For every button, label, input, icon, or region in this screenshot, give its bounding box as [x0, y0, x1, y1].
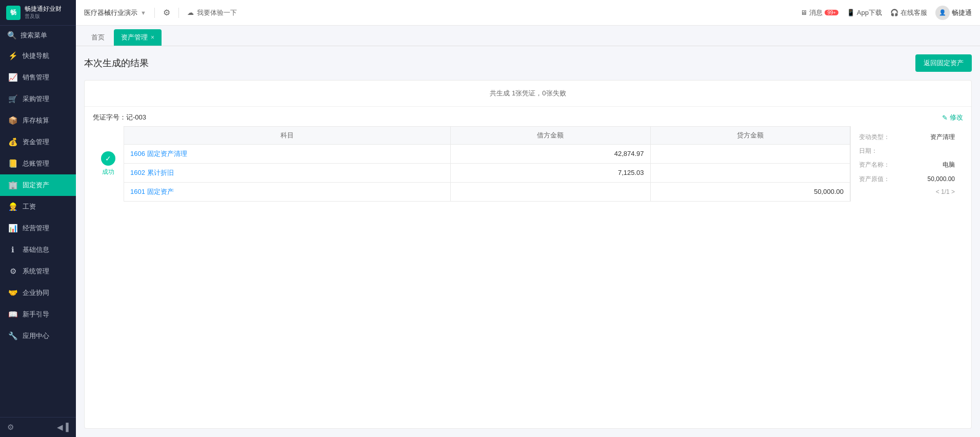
- success-circle: ✓: [101, 151, 115, 166]
- side-panel: 变动类型： 资产清理 日期： 资产名称： 电脑 资产原值：: [850, 126, 963, 202]
- app-download-label: App下载: [857, 8, 882, 17]
- voucher-header: 凭证字号：记-003 ✎ 修改: [93, 113, 963, 122]
- edit-icon: ✎: [942, 114, 948, 122]
- sidebar-item-guide[interactable]: 📖 新手引导: [0, 304, 76, 325]
- tabbar: 首页 资产管理 ×: [76, 26, 980, 46]
- page-title: 本次生成的结果: [84, 57, 149, 69]
- search-icon: 🔍: [7, 31, 16, 40]
- original-value-label: 资产原值：: [859, 174, 890, 184]
- sidebar-item-sales[interactable]: 📈 销售管理: [0, 67, 76, 88]
- app-download-icon: 📱: [847, 9, 855, 16]
- row2-subject[interactable]: 1602 累计折旧: [124, 163, 451, 182]
- sidebar-item-fixed-assets[interactable]: 🏢 固定资产: [0, 174, 76, 196]
- voucher-status: ✓ 成功: [93, 126, 124, 202]
- app-download-btn[interactable]: 📱 App下载: [847, 8, 882, 17]
- row1-debit: 42,874.97: [451, 145, 650, 164]
- tab-asset-management[interactable]: 资产管理 ×: [114, 29, 162, 46]
- tab-close-icon[interactable]: ×: [151, 34, 154, 41]
- guide-icon: 📖: [8, 310, 17, 319]
- table-row: 1601 固定资产 50,000.00: [124, 182, 850, 201]
- table-row: 1602 累计折旧 7,125.03: [124, 163, 850, 182]
- sidebar-footer: ⚙ ◀▐: [0, 417, 76, 437]
- online-service-btn[interactable]: 🎧 在线客服: [890, 8, 927, 17]
- capital-icon: 💰: [8, 137, 17, 147]
- messages-btn[interactable]: 🖥 消息 99: [801, 8, 838, 17]
- project-name: 医疗器械行业演示: [84, 8, 137, 17]
- app-center-icon: 🔧: [8, 331, 17, 341]
- sidebar-item-payroll[interactable]: 👷 工资: [0, 196, 76, 217]
- date-row: 日期：: [859, 146, 955, 156]
- management-icon: 📊: [8, 224, 17, 233]
- result-summary: 共生成 1张凭证，0张失败: [85, 81, 971, 107]
- table-row: 1606 固定资产清理 42,874.97: [124, 145, 850, 164]
- topbar-divider: [154, 8, 155, 18]
- system-icon: ⚙: [8, 267, 17, 276]
- asset-name-row: 资产名称： 电脑: [859, 160, 955, 170]
- topbar-right: 🖥 消息 99 📱 App下载 🎧 在线客服 👤 畅捷通: [801, 6, 972, 20]
- collapse-icon[interactable]: ◀▐: [57, 423, 69, 432]
- edit-label: 修改: [950, 113, 963, 122]
- sidebar-item-capital[interactable]: 💰 资金管理: [0, 131, 76, 153]
- row1-subject[interactable]: 1606 固定资产清理: [124, 145, 451, 164]
- cooperation-icon: 🤝: [8, 288, 17, 297]
- basic-info-icon: ℹ: [8, 245, 17, 254]
- row2-debit: 7,125.03: [451, 163, 650, 182]
- sidebar-item-purchase[interactable]: 🛒 采购管理: [0, 88, 76, 110]
- return-fixed-assets-button[interactable]: 返回固定资产: [915, 54, 972, 72]
- app-logo: 畅: [6, 6, 21, 20]
- avatar: 👤: [935, 6, 950, 20]
- online-service-label: 在线客服: [901, 8, 927, 17]
- row3-credit: 50,000.00: [650, 182, 850, 201]
- cloud-icon: ☁: [187, 9, 194, 16]
- sidebar-item-inventory[interactable]: 📦 库存核算: [0, 110, 76, 131]
- success-label: 成功: [102, 168, 114, 176]
- sidebar-item-management[interactable]: 📊 经营管理: [0, 217, 76, 239]
- change-type-row: 变动类型： 资产清理: [859, 132, 955, 142]
- sales-icon: 📈: [8, 73, 17, 82]
- tab-asset-management-label: 资产管理: [121, 33, 148, 42]
- username-label: 畅捷通: [952, 8, 972, 17]
- chevron-down-icon: ▼: [141, 10, 146, 16]
- messages-badge: 99: [825, 10, 838, 15]
- sidebar-item-search[interactable]: 🔍 搜索菜单: [0, 26, 76, 45]
- user-profile[interactable]: 👤 畅捷通: [935, 6, 972, 20]
- messages-label: 消息: [809, 8, 823, 17]
- voucher-number: 凭证字号：记-003: [93, 113, 146, 122]
- purchase-icon: 🛒: [8, 94, 17, 104]
- asset-name-label: 资产名称：: [859, 160, 890, 170]
- row3-subject[interactable]: 1601 固定资产: [124, 182, 451, 201]
- payroll-icon: 👷: [8, 202, 17, 211]
- topbar-gear-icon[interactable]: ⚙: [163, 8, 170, 17]
- sidebar-item-quicknav[interactable]: ⚡ 快捷导航: [0, 45, 76, 67]
- sidebar-item-cooperation[interactable]: 🤝 企业协同: [0, 282, 76, 304]
- sidebar-item-app-center[interactable]: 🔧 应用中心: [0, 325, 76, 347]
- service-icon: 🎧: [890, 9, 898, 16]
- col-credit: 贷方金额: [650, 127, 850, 145]
- topbar-divider2: [178, 8, 179, 18]
- ledger-icon: 📒: [8, 159, 17, 168]
- sidebar-item-ledger[interactable]: 📒 总账管理: [0, 153, 76, 174]
- asset-name-value: 电脑: [943, 160, 955, 170]
- main-content: 医疗器械行业演示 ▼ ⚙ ☁ 我要体验一下 🖥 消息 99 📱 App下载 🎧 …: [76, 0, 980, 437]
- date-label: 日期：: [859, 146, 877, 156]
- row3-debit: [451, 182, 650, 201]
- page-area: 本次生成的结果 返回固定资产 共生成 1张凭证，0张失败 凭证字号：记-003 …: [76, 46, 980, 437]
- topbar: 医疗器械行业演示 ▼ ⚙ ☁ 我要体验一下 🖥 消息 99 📱 App下载 🎧 …: [76, 0, 980, 26]
- experience-btn[interactable]: ☁ 我要体验一下: [187, 8, 237, 17]
- tab-home[interactable]: 首页: [84, 29, 112, 46]
- pagination[interactable]: < 1/1 >: [859, 188, 955, 195]
- original-value-row: 资产原值： 50,000.00: [859, 174, 955, 184]
- col-debit: 借方金额: [451, 127, 650, 145]
- sidebar-item-basic-info[interactable]: ℹ 基础信息: [0, 239, 76, 261]
- voucher-section: 凭证字号：记-003 ✎ 修改 ✓ 成功: [85, 107, 971, 208]
- settings-icon[interactable]: ⚙: [7, 423, 14, 432]
- project-selector[interactable]: 医疗器械行业演示 ▼: [84, 8, 146, 17]
- app-title: 畅捷通好业财: [25, 5, 62, 13]
- page-header: 本次生成的结果 返回固定资产: [84, 54, 972, 72]
- pagination-label: < 1/1 >: [936, 188, 955, 195]
- sidebar-item-system[interactable]: ⚙ 系统管理: [0, 261, 76, 282]
- sidebar-item-search-label: 搜索菜单: [21, 31, 47, 40]
- success-indicator: ✓ 成功: [101, 151, 115, 176]
- voucher-edit-btn[interactable]: ✎ 修改: [942, 113, 963, 122]
- message-icon: 🖥: [801, 9, 807, 16]
